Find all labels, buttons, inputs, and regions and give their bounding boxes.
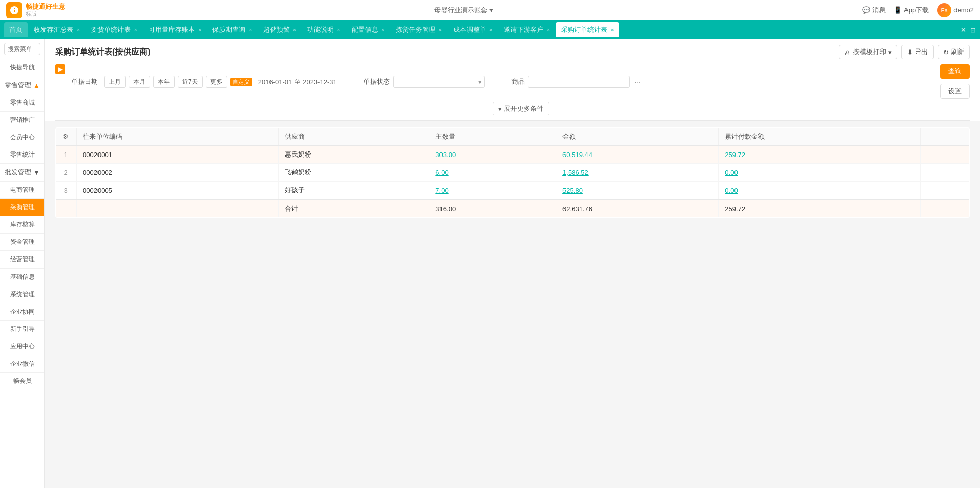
settings-btn[interactable]: 设置: [940, 84, 970, 99]
sidebar-item-xitong[interactable]: 系统管理: [0, 286, 44, 303]
sidebar-item-jingying[interactable]: 经营管理: [0, 251, 44, 268]
refresh-btn[interactable]: ↻ 刷新: [938, 45, 970, 59]
app-download-btn[interactable]: 📱 App下载: [894, 6, 929, 15]
col-qty: 主数量: [429, 128, 556, 146]
user-avatar-btn[interactable]: Ea demo2: [937, 3, 974, 17]
row-supplier: 惠氏奶粉: [278, 146, 429, 164]
content-area: 采购订单统计表(按供应商) 🖨 按模板打印 ▾ ⬇ 导出 ↻ 刷新: [45, 39, 980, 488]
date-shortcuts: 上月 本月 本年 近7天 更多 自定义: [104, 76, 252, 88]
nav-controls: ✕ ⊡: [961, 26, 976, 34]
filter-toggle-btn[interactable]: ▶: [55, 64, 65, 74]
shortcut-this-month[interactable]: 本月: [129, 76, 150, 88]
nav-close-btn[interactable]: ✕: [961, 26, 966, 34]
template-print-btn[interactable]: 🖨 按模板打印 ▾: [839, 45, 897, 59]
row-index: 1: [56, 146, 77, 164]
sidebar-item-huiyuan[interactable]: 会员中心: [0, 129, 44, 146]
action-buttons: 查询 设置: [940, 64, 970, 99]
query-btn[interactable]: 查询: [940, 64, 970, 79]
sidebar-item-qiye[interactable]: 企业协同: [0, 303, 44, 321]
col-supplier: 供应商: [278, 128, 429, 146]
sidebar-item-lingshoushangcheng[interactable]: 零售商城: [0, 94, 44, 112]
more-options-btn[interactable]: ···: [633, 78, 643, 86]
top-bar: 畅捷通好生意 标版 母婴行业演示账套 ▾ 💬 消息 📱 App下载 Ea dem…: [0, 0, 980, 20]
row-code: 00020001: [77, 146, 279, 164]
status-input[interactable]: [393, 76, 485, 88]
goods-input[interactable]: [528, 76, 630, 88]
col-code: 往来单位编码: [77, 128, 279, 146]
sidebar-item-zijin[interactable]: 资金管理: [0, 234, 44, 251]
chevron-icon: ▲: [33, 82, 40, 89]
refresh-icon: ↻: [943, 48, 949, 56]
export-btn[interactable]: ⬇ 导出: [901, 45, 934, 59]
sidebar-item-dianshang[interactable]: 电商管理: [0, 182, 44, 199]
sidebar-item-xinshou[interactable]: 新手引导: [0, 321, 44, 338]
nav-expand-btn[interactable]: ⊡: [970, 26, 976, 34]
sidebar-item-pifa[interactable]: 批发管理 ▼: [0, 164, 44, 182]
column-settings-icon[interactable]: ⚙: [62, 133, 70, 141]
close-icon[interactable]: ×: [438, 27, 442, 33]
tab-gongneng[interactable]: 功能说明 ×: [302, 22, 345, 37]
sidebar-search-area: [0, 39, 44, 59]
shortcut-last-month[interactable]: 上月: [104, 76, 126, 88]
sidebar-item-caigou[interactable]: 采购管理: [0, 199, 44, 216]
shortcut-this-year[interactable]: 本年: [153, 76, 175, 88]
message-btn[interactable]: 💬 消息: [862, 6, 886, 15]
tab-jianhuo[interactable]: 拣货任务管理 ×: [390, 22, 447, 37]
row-qty: 6.00: [429, 164, 556, 182]
col-settings: ⚙: [56, 128, 77, 146]
tab-peizhi[interactable]: 配置信息 ×: [347, 22, 389, 37]
close-icon[interactable]: ×: [381, 27, 384, 33]
row-code: 00020002: [77, 164, 279, 182]
close-icon[interactable]: ×: [489, 27, 493, 33]
message-icon: 💬: [862, 6, 870, 14]
table-header: ⚙ 往来单位编码 供应商 主数量 金额 累计付款金额: [56, 128, 970, 146]
close-icon[interactable]: ×: [77, 27, 80, 33]
tab-baozhiqi[interactable]: 保质期查询 ×: [207, 22, 257, 37]
chevron-down-icon: ▾: [498, 105, 502, 113]
tab-kuyongliang[interactable]: 可用量库存账本 ×: [143, 22, 206, 37]
search-input[interactable]: [4, 43, 40, 55]
row-paid: 259.72: [719, 146, 921, 164]
tab-home[interactable]: 首页: [4, 22, 28, 37]
row-index: 2: [56, 164, 77, 182]
close-icon[interactable]: ×: [198, 27, 201, 33]
date-label: 单据日期: [71, 77, 98, 86]
close-icon[interactable]: ×: [610, 27, 614, 33]
shortcut-7days[interactable]: 近7天: [178, 76, 203, 88]
sidebar-item-yingyong[interactable]: 应用中心: [0, 338, 44, 355]
table-body: 1 00020001 惠氏奶粉 303.00 60,519.44 259.72 …: [56, 146, 970, 200]
close-icon[interactable]: ×: [134, 27, 137, 33]
tab-chengben[interactable]: 成本调整单 ×: [448, 22, 498, 37]
expand-btn[interactable]: ▾ 展开更多条件: [493, 102, 549, 115]
shortcut-more[interactable]: 更多: [206, 76, 227, 88]
close-icon[interactable]: ×: [293, 27, 296, 33]
sidebar-item-jichu[interactable]: 基础信息: [0, 269, 44, 286]
row-code: 00020005: [77, 182, 279, 200]
col-extra: [920, 128, 969, 146]
close-icon[interactable]: ×: [337, 27, 340, 33]
sidebar-item-lingshou[interactable]: 零售管理 ▲: [0, 76, 44, 94]
data-table: ⚙ 往来单位编码 供应商 主数量 金额 累计付款金额 1 00020001: [55, 127, 970, 218]
sidebar-item-kucun[interactable]: 库存核算: [0, 216, 44, 234]
close-icon[interactable]: ×: [249, 27, 252, 33]
main-layout: 快捷导航 零售管理 ▲ 零售商城 营销推广 会员中心 零售统计 批发管理 ▼ 电…: [0, 39, 980, 488]
table-wrap: ⚙ 往来单位编码 供应商 主数量 金额 累计付款金额 1 00020001: [45, 121, 980, 488]
workspace-selector[interactable]: 母婴行业演示账套 ▾: [434, 6, 493, 15]
row-paid: 0.00: [719, 164, 921, 182]
sidebar-item-yingxiao[interactable]: 营销推广: [0, 112, 44, 129]
sidebar-item-weixin[interactable]: 企业微信: [0, 355, 44, 373]
tab-chaochuyujing[interactable]: 超储预警 ×: [258, 22, 301, 37]
tab-yaoqing[interactable]: 邀请下游客户 ×: [499, 22, 555, 37]
row-paid: 0.00: [719, 182, 921, 200]
custom-badge: 自定义: [230, 78, 252, 86]
sidebar-item-kuaijie[interactable]: 快捷导航: [0, 59, 44, 76]
close-icon[interactable]: ×: [547, 27, 550, 33]
tab-yaohuo[interactable]: 要货单统计表 ×: [86, 22, 142, 37]
sidebar-item-lingshoutongji[interactable]: 零售统计: [0, 146, 44, 164]
tab-shoufacun[interactable]: 收发存汇总表 ×: [29, 22, 85, 37]
sidebar-item-changhui[interactable]: 畅会员: [0, 373, 44, 390]
footer-paid: 259.72: [719, 199, 921, 218]
tab-caigou-active[interactable]: 采购订单统计表 ×: [556, 22, 619, 37]
chevron-down-icon: ▾: [478, 78, 482, 86]
status-select-wrap: ▾: [393, 76, 485, 88]
